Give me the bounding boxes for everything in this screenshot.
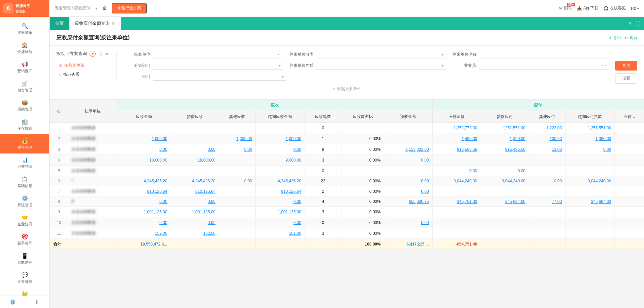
table-settings-icon[interactable]: ⚙	[57, 108, 61, 114]
table-cell[interactable]: 915,495.56	[481, 144, 529, 155]
export-button[interactable]: ⬆ 导出	[608, 35, 621, 41]
table-cell[interactable]: 2,153,333.00	[384, 144, 432, 155]
tab-home[interactable]: 首页	[50, 17, 69, 30]
table-cell[interactable]: 152.00	[171, 228, 219, 239]
filter-config-icon[interactable]: ⊙	[98, 51, 102, 56]
sidebar-item-search[interactable]: 🔍 搜索菜单	[0, 19, 49, 39]
table-cell[interactable]: 345,684.00	[481, 197, 529, 207]
table-cell[interactable]: 345,684.00	[566, 197, 615, 207]
sidebar-item-guide[interactable]: 🎯 新手引导	[0, 230, 49, 249]
breadcrumb-arrow[interactable]: ▾	[95, 6, 97, 11]
table-cell[interactable]: 0.00	[384, 217, 432, 228]
refresh-button[interactable]: ↻ 刷新	[625, 35, 637, 41]
table-cell[interactable]: 100.00	[529, 133, 566, 144]
table-cell[interactable]: 810,126.64	[117, 186, 171, 197]
settings-gear-icon[interactable]: ⚙	[102, 5, 107, 11]
sidebar-item-finance[interactable]: 💰 资金管理	[0, 134, 49, 153]
sidebar-item-marketing[interactable]: 📢 营销推广	[0, 58, 49, 77]
table-cell[interactable]: 1,000.00	[219, 133, 256, 144]
table-cell[interactable]: 1,000.00	[117, 133, 171, 144]
table-cell[interactable]: 0.00	[117, 197, 171, 207]
table-cell[interactable]: 0.00	[384, 186, 432, 197]
table-cell[interactable]: 0.00	[566, 144, 615, 155]
tab-ar-query[interactable]: 应收应付余额查询 ✕	[69, 17, 121, 30]
table-cell[interactable]: 0.00	[256, 217, 305, 228]
table-cell[interactable]: 101.00	[256, 228, 305, 239]
table-cell[interactable]: 4,345,436.20	[117, 176, 171, 186]
table-cell[interactable]: 0.00	[219, 144, 256, 155]
table-cell[interactable]: 3,044,240.00	[481, 176, 529, 186]
table-cell[interactable]: 1,252,773.00	[432, 123, 481, 133]
table-cell[interactable]: 0.00	[171, 217, 219, 228]
table-cell[interactable]: 1,390.00	[481, 133, 529, 144]
table-cell[interactable]: 1,251,551.00	[566, 123, 615, 133]
table-cell[interactable]: 1,000.00	[256, 133, 305, 144]
sidebar-item-purchase[interactable]: 📦 采购管理	[0, 96, 49, 115]
salesperson-dots[interactable]: ···	[602, 63, 606, 68]
sidebar-item-sales[interactable]: 🛒 销售管理	[0, 77, 49, 96]
sidebar-item-system[interactable]: ⚙️ 系统管理	[0, 192, 49, 211]
table-cell[interactable]: 1,390.00	[566, 133, 615, 144]
sidebar-item-member[interactable]: 👑 畅会员	[0, 288, 49, 296]
promo-button[interactable]: 体验行业方案	[112, 3, 147, 13]
table-cell[interactable]: 77.00	[529, 197, 566, 207]
table-cell[interactable]: 810,126.64	[171, 186, 219, 197]
table-cell[interactable]: 0.00	[529, 176, 566, 186]
department-select[interactable]: ▾	[153, 73, 286, 81]
table-cell[interactable]: 0.00	[219, 176, 256, 186]
table-cell[interactable]: 0.00	[256, 197, 305, 207]
app-download-button[interactable]: 📥 App下载	[577, 5, 598, 11]
sidebar-collapse-btn[interactable]: ⏸	[35, 299, 40, 305]
table-cell[interactable]: 0.00	[256, 144, 305, 155]
message-button[interactable]: ✉ 消息 99+	[559, 5, 572, 11]
table-cell[interactable]: 1,001,135.00	[117, 207, 171, 217]
table-cell[interactable]: 4,345,436.20	[256, 176, 305, 186]
table-cell[interactable]: 4,345,436.20	[171, 176, 219, 186]
table-cell[interactable]: 1,222.00	[529, 123, 566, 133]
filter-add-button[interactable]: +	[90, 51, 96, 57]
sidebar-item-inventory[interactable]: 🏢 库存核算	[0, 115, 49, 134]
table-cell[interactable]: 152.00	[117, 228, 171, 239]
sidebar-item-wechat[interactable]: 💬 企业微信	[0, 268, 49, 288]
table-cell[interactable]: 0.00	[117, 144, 171, 155]
table-cell[interactable]: 1,490.00	[432, 133, 481, 144]
table-cell[interactable]: 655,636.75	[384, 197, 432, 207]
user-avatar[interactable]: Rit ▾	[631, 6, 639, 11]
expand-icon[interactable]: ⛶	[636, 21, 641, 27]
table-cell[interactable]: 18,000.00	[117, 155, 171, 166]
table-cell[interactable]: 0.00	[171, 144, 219, 155]
table-cell[interactable]: 0.00	[384, 155, 432, 166]
partner-category-select[interactable]: ▾	[316, 51, 445, 58]
partner-name-input[interactable]	[479, 51, 608, 58]
table-cell[interactable]: 9,000.00	[256, 155, 305, 166]
table-cell[interactable]: 915,508.56	[432, 144, 481, 155]
settings-button[interactable]: 设置	[615, 73, 637, 84]
settlement-unit-dots[interactable]: ···	[276, 52, 281, 57]
tab-close-icon[interactable]: ✕	[112, 21, 115, 26]
table-cell[interactable]: 3,044,240.00	[566, 176, 615, 186]
close-window-icon[interactable]: ✕	[628, 20, 632, 27]
table-cell[interactable]: 1,001,135.00	[171, 207, 219, 217]
table-cell[interactable]: 0.00	[481, 166, 529, 176]
filter-collapse-icon[interactable]: ≪	[105, 51, 109, 56]
table-cell[interactable]: 3,044,240.00	[432, 176, 481, 186]
table-cell[interactable]: 0.00	[432, 166, 481, 176]
query-button[interactable]: 查询	[615, 61, 637, 71]
sidebar-item-basic[interactable]: 📋 基础信息	[0, 173, 49, 192]
table-cell[interactable]: 0.00	[171, 197, 219, 207]
table-cell[interactable]: 810,126.64	[256, 186, 305, 197]
settlement-unit-input[interactable]: ···	[153, 51, 283, 58]
salesperson-input[interactable]: ···	[479, 62, 608, 70]
table-cell[interactable]: 0.00	[117, 217, 171, 228]
table-cell[interactable]: 0.00	[384, 176, 432, 186]
table-cell[interactable]: 18,000.00	[171, 155, 219, 166]
sidebar-item-ops[interactable]: 📊 经营管理	[0, 153, 49, 173]
table-cell[interactable]: 1,251,551.00	[481, 123, 529, 133]
table-cell[interactable]: 345,761.00	[432, 197, 481, 207]
table-cell[interactable]: 13.00	[529, 144, 566, 155]
dept-manager-select[interactable]: ▾	[153, 62, 283, 70]
sidebar-item-quick-nav[interactable]: 🏠 快捷导航	[0, 39, 49, 58]
online-service-button[interactable]: 🎧 在线客服	[603, 5, 626, 11]
sidebar-item-hardware[interactable]: 📱 智能硬件	[0, 249, 49, 268]
table-cell[interactable]: 1,001,135.00	[256, 207, 305, 217]
